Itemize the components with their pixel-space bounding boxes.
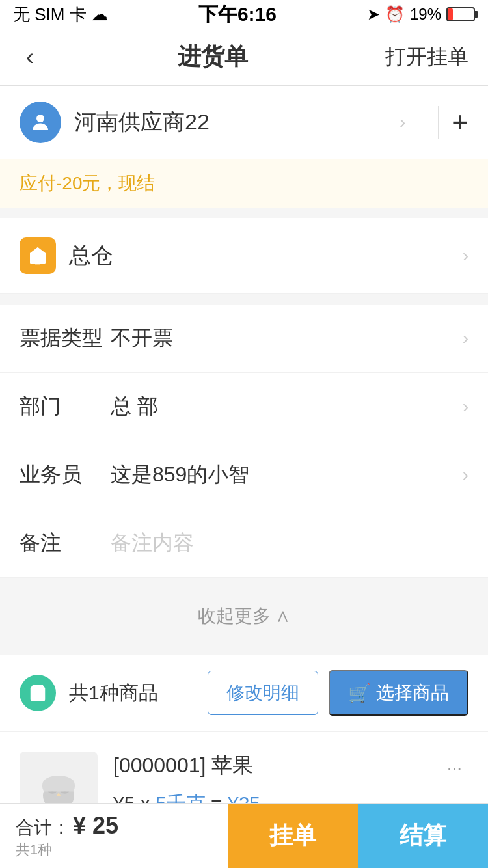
warehouse-section: 总仓 › [0,218,488,294]
status-right: ➤ ⏰ 19% [367,5,475,23]
department-chevron-icon: › [463,396,468,417]
remark-placeholder: 备注内容 [104,529,468,558]
products-count: 共1种商品 [69,680,208,707]
sim-label: 无 SIM 卡 ☁ [13,3,108,26]
divider [438,106,439,139]
status-left: 无 SIM 卡 ☁ [13,3,108,26]
form-section: 票据类型 不开票 › 部门 总 部 › 业务员 这是859的小智 › 备注 备注… [0,305,488,578]
collapse-row[interactable]: 收起更多 ∧ [0,588,488,644]
svg-point-0 [36,115,44,122]
settle-button[interactable]: 结算 [358,804,488,868]
supplier-name: 河南供应商22 [74,107,400,137]
remark-label: 备注 [20,529,104,558]
add-supplier-button[interactable]: + [452,108,468,137]
products-icon-bg [20,675,56,711]
warehouse-icon-bg [20,237,56,274]
product-code: [0000001] [113,753,206,777]
back-button[interactable]: ‹ [20,37,40,77]
department-row[interactable]: 部门 总 部 › [0,373,488,441]
collapse-label: 收起更多 ∧ [198,604,291,629]
warehouse-chevron-icon: › [463,245,468,266]
salesperson-label: 业务员 [20,461,104,489]
invoice-type-label: 票据类型 [20,324,104,353]
status-time: 下午6:16 [198,1,277,28]
product-title: 苹果 [211,753,253,777]
battery-fill [448,8,453,20]
select-product-label: 选择商品 [376,681,449,705]
invoice-type-row[interactable]: 票据类型 不开票 › [0,305,488,373]
person-icon [29,111,52,134]
warehouse-row[interactable]: 总仓 › [0,218,488,294]
info-banner: 应付-20元，现结 [0,159,488,208]
alarm-icon: ⏰ [385,5,405,23]
salesperson-row[interactable]: 业务员 这是859的小智 › [0,441,488,509]
battery-label: 19% [410,5,441,23]
cart-add-icon: 🛒 [348,683,371,704]
bottom-bar: 合计： ¥ 25 共1种 挂单 结算 [0,803,488,868]
invoice-type-value: 不开票 [104,324,463,353]
warehouse-label: 总仓 [69,241,463,271]
invoice-chevron-icon: › [463,328,468,349]
page-title: 进货单 [178,41,248,73]
salesperson-chevron-icon: › [463,465,468,485]
chevron-right-icon: › [400,112,405,133]
supplier-section: 河南供应商22 › + 应付-20元，现结 [0,86,488,208]
status-bar: 无 SIM 卡 ☁ 下午6:16 ➤ ⏰ 19% [0,0,488,29]
battery-icon [446,7,475,21]
supplier-avatar [20,102,61,143]
cart-icon [28,683,47,703]
edit-detail-button[interactable]: 修改明细 [208,671,318,715]
more-options-button[interactable]: ··· [441,752,468,785]
remark-row[interactable]: 备注 备注内容 [0,509,488,578]
total-section: 合计： ¥ 25 共1种 [0,804,228,868]
location-icon: ➤ [367,5,380,23]
salesperson-value: 这是859的小智 [104,461,463,489]
home-icon [27,245,48,266]
total-amount: ¥ 25 [73,812,118,839]
hang-button[interactable]: 挂单 [228,804,358,868]
products-header: 共1种商品 修改明细 🛒 选择商品 [0,655,488,732]
department-label: 部门 [20,392,104,421]
select-product-button[interactable]: 🛒 选择商品 [329,670,468,716]
total-sub: 共1种 [16,840,212,860]
department-value: 总 部 [104,392,463,421]
supplier-row[interactable]: 河南供应商22 › + [0,86,488,159]
product-name: [0000001] 苹果 [113,752,441,780]
total-label: 合计： [16,815,70,840]
open-hang-button[interactable]: 打开挂单 [385,43,468,72]
nav-bar: ‹ 进货单 打开挂单 [0,29,488,86]
